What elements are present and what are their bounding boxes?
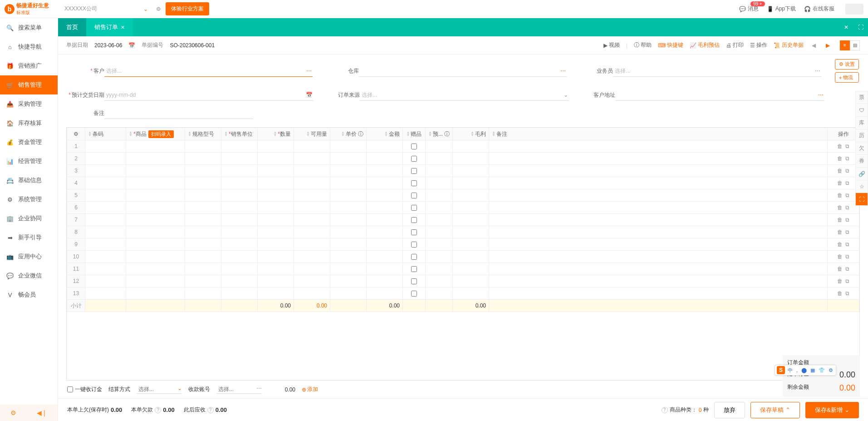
- close-all-tabs-icon[interactable]: ✕: [839, 18, 853, 36]
- copy-row-icon[interactable]: ⧉: [845, 143, 849, 149]
- col-available[interactable]: ▲▼可用量: [294, 128, 330, 140]
- rail-item-4[interactable]: 历: [856, 129, 868, 142]
- rail-item-expand[interactable]: ⛶: [856, 193, 868, 206]
- sidebar-item-system-mgmt[interactable]: ⚙系统管理: [0, 190, 58, 209]
- rail-item-1[interactable]: 票: [856, 91, 868, 104]
- table-row[interactable]: 5🗑⧉: [67, 189, 859, 202]
- print-action[interactable]: 🖨打印: [726, 41, 744, 49]
- collapse-icon[interactable]: ◀❘: [37, 409, 47, 416]
- add-receipt-link[interactable]: ⊕添加: [302, 386, 318, 393]
- calendar-icon[interactable]: 📅: [306, 92, 313, 98]
- tab-sales-order[interactable]: 销售订单 ✕: [86, 18, 133, 36]
- view-form-button[interactable]: ≡: [840, 40, 850, 50]
- company-gear-icon[interactable]: ⚙: [156, 6, 161, 12]
- copy-row-icon[interactable]: ⧉: [845, 290, 849, 297]
- fullscreen-icon[interactable]: ⛶: [853, 18, 868, 36]
- doc-date-value[interactable]: 2023-06-06: [94, 42, 122, 49]
- delete-row-icon[interactable]: 🗑: [837, 217, 843, 223]
- help-icon[interactable]: ?: [662, 407, 668, 413]
- col-remark[interactable]: ▲▼备注: [489, 128, 828, 140]
- delete-row-icon[interactable]: 🗑: [837, 204, 843, 211]
- copy-row-icon[interactable]: ⧉: [845, 217, 849, 223]
- one-click-deposit-checkbox[interactable]: 一键收订金: [67, 386, 102, 393]
- message-link[interactable]: 💬 消息 99 +: [739, 5, 759, 13]
- col-barcode[interactable]: ▲▼条码: [85, 128, 126, 140]
- col-sale-unit[interactable]: ▲▼*销售单位: [221, 128, 258, 140]
- table-row[interactable]: 9🗑⧉: [67, 238, 859, 251]
- expected-date-input[interactable]: [104, 91, 314, 99]
- copy-row-icon[interactable]: ⧉: [845, 192, 849, 198]
- sidebar-item-search-menu[interactable]: 🔍搜索菜单: [0, 18, 58, 37]
- ime-skin-icon[interactable]: 👕: [818, 367, 826, 373]
- sidebar-item-enterprise-wechat[interactable]: 💬企业微信: [0, 266, 58, 285]
- sidebar-item-inventory-cost[interactable]: 🏠库存核算: [0, 114, 58, 133]
- save-draft-button[interactable]: 保存草稿⌃: [750, 402, 800, 418]
- delete-row-icon[interactable]: 🗑: [837, 143, 843, 149]
- gift-checkbox[interactable]: [411, 254, 417, 260]
- delete-row-icon[interactable]: 🗑: [837, 229, 843, 235]
- gift-checkbox[interactable]: [411, 156, 417, 162]
- delete-row-icon[interactable]: 🗑: [837, 278, 843, 284]
- prev-doc-icon[interactable]: ◀: [810, 42, 818, 49]
- ime-lang[interactable]: 中: [787, 367, 794, 374]
- settings-button[interactable]: ⚙设置: [835, 59, 859, 69]
- customer-addr-input[interactable]: [615, 91, 824, 99]
- gift-checkbox[interactable]: [411, 266, 417, 272]
- rail-item-5[interactable]: 欠: [856, 142, 868, 155]
- copy-row-icon[interactable]: ⧉: [845, 241, 849, 248]
- sidebar-item-base-info[interactable]: 📇基础信息: [0, 171, 58, 190]
- table-row[interactable]: 6🗑⧉: [67, 202, 859, 214]
- more-icon[interactable]: ⋯: [560, 68, 566, 74]
- gift-checkbox[interactable]: [411, 180, 417, 186]
- history-action[interactable]: 📜历史单据: [774, 41, 804, 49]
- copy-row-icon[interactable]: ⧉: [845, 155, 849, 162]
- gift-checkbox[interactable]: [411, 144, 417, 149]
- rail-item-7[interactable]: 🔗: [856, 168, 868, 180]
- gift-checkbox[interactable]: [411, 205, 417, 211]
- ime-widget[interactable]: S 中 , ⬤ ▦ 👕 ⚙: [775, 365, 836, 376]
- copy-row-icon[interactable]: ⧉: [845, 266, 849, 272]
- ime-keyboard-icon[interactable]: ▦: [809, 367, 816, 373]
- rail-item-3[interactable]: 库: [856, 117, 868, 129]
- help-action[interactable]: ⓘ帮助: [634, 41, 652, 49]
- receipt-account-input[interactable]: [216, 385, 262, 394]
- abandon-button[interactable]: 放弃: [714, 402, 745, 418]
- help-icon[interactable]: ?: [155, 407, 161, 413]
- col-unit-price[interactable]: ▲▼单价 ⓘ: [330, 128, 367, 140]
- delete-row-icon[interactable]: 🗑: [837, 253, 843, 260]
- more-icon[interactable]: ⋯: [306, 68, 312, 74]
- copy-row-icon[interactable]: ⧉: [845, 278, 849, 284]
- gear-icon[interactable]: ⚙: [10, 409, 16, 416]
- ime-punct[interactable]: ,: [795, 367, 799, 373]
- next-doc-icon[interactable]: ▶: [824, 42, 832, 49]
- table-row[interactable]: 13🗑⧉: [67, 287, 859, 300]
- gift-checkbox[interactable]: [411, 278, 417, 284]
- settlement-method-input[interactable]: [137, 385, 182, 394]
- table-row[interactable]: 2🗑⧉: [67, 153, 859, 165]
- sidebar-item-vip-member[interactable]: V畅会员: [0, 285, 58, 304]
- col-spec[interactable]: ▲▼规格型号: [185, 128, 221, 140]
- chevron-down-icon[interactable]: ⌄: [564, 92, 568, 98]
- table-row[interactable]: 8🗑⧉: [67, 226, 859, 238]
- sidebar-item-newbie-guide[interactable]: ➡新手引导: [0, 228, 58, 247]
- delete-row-icon[interactable]: 🗑: [837, 266, 843, 272]
- table-gear-header[interactable]: ⚙: [67, 128, 85, 140]
- sidebar-item-enterprise-collab[interactable]: 🏢企业协同: [0, 209, 58, 228]
- logistics-button[interactable]: +物流: [835, 72, 859, 83]
- more-icon[interactable]: ⋯: [256, 385, 262, 391]
- sidebar-item-business-mgmt[interactable]: 📊经营管理: [0, 152, 58, 171]
- col-amount[interactable]: ▲▼金额: [367, 128, 403, 140]
- company-selector[interactable]: XXXXXX公司 ⌄: [61, 3, 152, 15]
- table-row[interactable]: 3🗑⧉: [67, 165, 859, 177]
- ime-voice-icon[interactable]: ⬤: [800, 367, 808, 373]
- gross-profit-action[interactable]: 📈毛利预估: [690, 41, 720, 49]
- chevron-down-icon[interactable]: ⌄: [177, 385, 182, 391]
- save-and-new-button[interactable]: 保存&新增⌄: [805, 402, 859, 418]
- warehouse-input[interactable]: [359, 67, 567, 75]
- delete-row-icon[interactable]: 🗑: [837, 168, 843, 174]
- sidebar-item-app-center[interactable]: 📺应用中心: [0, 247, 58, 266]
- delete-row-icon[interactable]: 🗑: [837, 192, 843, 198]
- hotkey-action[interactable]: ⌨快捷键: [658, 41, 683, 49]
- gift-checkbox[interactable]: [411, 242, 417, 248]
- sidebar-item-sales-mgmt[interactable]: 🛒销售管理: [0, 75, 58, 94]
